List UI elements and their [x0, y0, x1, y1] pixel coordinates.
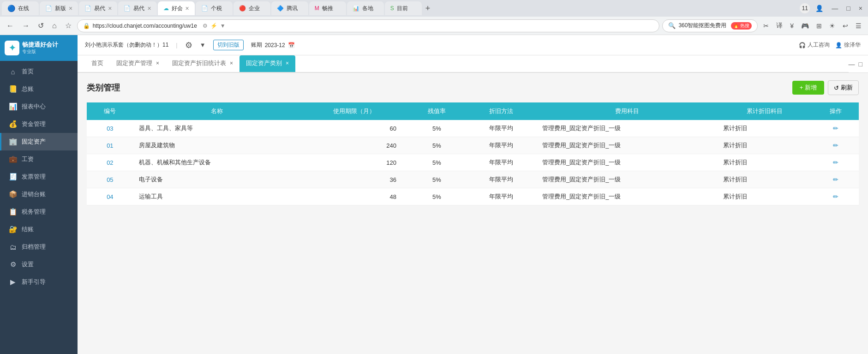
browser-tab-zaixian[interactable]: 🔵 在线 — [2, 1, 39, 15]
browser-tab-haosuan[interactable]: ☁ 好会 × — [158, 1, 195, 15]
headset-icon: 🎧 — [799, 42, 806, 48]
cell-depreciation-account: 累计折旧 — [718, 188, 812, 205]
yidai1-icon: 📄 — [84, 5, 91, 12]
browser-tab-geshuijiance[interactable]: 📄 个税 — [196, 1, 233, 15]
reports-icon: 📊 — [9, 102, 17, 111]
forward-button[interactable]: → — [19, 20, 32, 32]
edit-button-2[interactable]: ✏ — [833, 159, 838, 166]
sidebar-item-home[interactable]: ⌂ 首页 — [0, 63, 78, 80]
coin-tool[interactable]: ¥ — [787, 20, 796, 31]
cell-months: 120 — [300, 154, 407, 171]
browser-tab-changtui[interactable]: M 畅推 — [309, 1, 346, 15]
sidebar-item-inventory[interactable]: 📦 进销台账 — [0, 186, 78, 203]
sidebar-item-checkout[interactable]: 🔐 结账 — [0, 221, 78, 238]
tab-maximize-button[interactable]: □ — [859, 60, 862, 68]
undo-tool[interactable]: ↩ — [840, 20, 851, 31]
cell-name: 器具、工具、家具等 — [133, 120, 301, 137]
gedi-icon: 📊 — [353, 5, 359, 12]
sidebar-item-reports[interactable]: 📊 报表中心 — [0, 98, 78, 115]
sidebar-item-invoice[interactable]: 🧾 发票管理 — [0, 168, 78, 186]
sidebar-item-fixed-assets[interactable]: 🏢 固定资产 — [0, 133, 78, 150]
search-icon: 🔍 — [668, 22, 676, 29]
add-button[interactable]: + 新增 — [792, 81, 824, 95]
tab-close-xin[interactable]: × — [69, 5, 72, 12]
refresh-button[interactable]: ↺ 刷新 — [828, 80, 859, 95]
user-avatar[interactable]: 👤 徐泽华 — [835, 41, 861, 49]
inventory-icon: 📦 — [9, 190, 17, 198]
logo-text: 畅捷通好会计 — [22, 41, 58, 48]
sidebar-item-tax[interactable]: 📋 税务管理 — [0, 203, 78, 221]
tab-close-category[interactable]: × — [286, 60, 289, 66]
sidebar-label-ledger: 总账 — [22, 85, 34, 93]
cell-depreciation-account: 累计折旧 — [718, 154, 812, 171]
sidebar-label-guide: 新手引导 — [22, 278, 46, 286]
cell-code: 01 — [87, 137, 133, 154]
home-button[interactable]: ⌂ — [49, 20, 60, 32]
profile-button[interactable]: 👤 — [812, 3, 827, 14]
sidebar-item-salary[interactable]: 💼 工资 — [0, 150, 78, 168]
sidebar-item-settings[interactable]: ⚙ 设置 — [0, 256, 78, 273]
browser-tab-gedi[interactable]: 📊 各地 — [347, 1, 384, 15]
reload-button[interactable]: ↺ — [35, 19, 47, 32]
scissors-tool[interactable]: ✂ — [760, 20, 772, 31]
browser-tab-mubiao[interactable]: S 目前 — [385, 1, 422, 15]
browser-tab-yidai1[interactable]: 📄 易代 × — [79, 1, 117, 15]
sidebar-label-checkout: 结账 — [22, 225, 34, 234]
browser-tab-tencent[interactable]: 🔷 腾讯 — [271, 1, 308, 15]
bookmark-button[interactable]: ☆ — [62, 19, 74, 32]
tab-close-fixed-assets-mgmt[interactable]: × — [156, 60, 159, 66]
cell-expense-account: 管理费用_固定资产折旧_一级 — [537, 137, 718, 154]
sidebar-item-cash[interactable]: 💰 资金管理 — [0, 115, 78, 133]
tax-icon: 📋 — [9, 208, 17, 216]
tab-minimize-button[interactable]: — — [849, 60, 855, 68]
consult-button[interactable]: 🎧 人工咨询 — [799, 41, 830, 49]
th-method: 折旧方法 — [466, 102, 537, 120]
translate-tool[interactable]: 译 — [773, 20, 785, 32]
game-tool[interactable]: 🎮 — [798, 20, 812, 31]
edit-button-3[interactable]: ✏ — [833, 176, 838, 183]
edit-button-0[interactable]: ✏ — [833, 125, 838, 132]
tab-fixed-assets-mgmt[interactable]: 固定资产管理 × — [110, 55, 166, 72]
browser-tab-xin[interactable]: 📄 新版 × — [40, 1, 78, 15]
th-code: 编号 — [87, 102, 133, 120]
tab-fixed-assets-depreciation[interactable]: 固定资产折旧统计表 × — [166, 55, 239, 72]
th-expense-account: 费用科目 — [537, 102, 718, 120]
tab-fixed-assets-category[interactable]: 固定资产类别 × — [239, 55, 295, 72]
yidai2-icon: 📄 — [124, 5, 131, 12]
search-bar[interactable]: 🔍 360智能抠图免费用 🔥 热搜 — [662, 19, 758, 32]
address-bar[interactable]: 🔒 https://cloud.chanjet.com/accounting/u… — [77, 19, 660, 32]
sidebar-item-general-ledger[interactable]: 📒 总账 — [0, 80, 78, 98]
close-button[interactable]: × — [855, 3, 866, 14]
settings-dropdown-button[interactable]: ⚙ — [185, 40, 192, 50]
cell-residual: 5% — [407, 120, 466, 137]
cell-residual: 5% — [407, 188, 466, 205]
cell-method: 年限平均 — [466, 188, 537, 205]
new-tab-button[interactable]: + — [423, 3, 433, 14]
maximize-button[interactable]: □ — [843, 3, 854, 14]
sidebar-item-archive[interactable]: 🗂 归档管理 — [0, 238, 78, 256]
minimize-button[interactable]: — — [828, 3, 842, 14]
brightness-tool[interactable]: ☀ — [826, 20, 838, 31]
logo-icon: ✦ — [5, 41, 19, 55]
edit-button-1[interactable]: ✏ — [833, 142, 838, 149]
edit-button-4[interactable]: ✏ — [833, 193, 838, 200]
user-dropdown-arrow[interactable]: ▼ — [200, 42, 206, 48]
tab-close-haosuan[interactable]: × — [186, 5, 189, 12]
browser-tab-yidai2[interactable]: 📄 易代 × — [118, 1, 156, 15]
tab-home[interactable]: 首页 — [85, 55, 110, 72]
switch-old-version-button[interactable]: 切到旧版 — [213, 40, 244, 50]
menu-button[interactable]: ☰ — [853, 20, 864, 31]
sidebar-item-guide[interactable]: ▶ 新手引导 — [0, 273, 78, 291]
period-label: 账期 — [251, 41, 262, 49]
tab-close-yidai2[interactable]: × — [147, 5, 151, 12]
table-row: 03 器具、工具、家具等 60 5% 年限平均 管理费用_固定资产折旧_一级 累… — [87, 120, 859, 137]
sidebar-label-reports: 报表中心 — [22, 102, 46, 111]
th-residual: 残值率 — [407, 102, 466, 120]
grid-tool[interactable]: ⊞ — [814, 20, 825, 31]
cell-name: 电子设备 — [133, 171, 301, 188]
tab-close-yidai1[interactable]: × — [108, 5, 112, 12]
tab-close-depreciation[interactable]: × — [230, 60, 233, 66]
back-button[interactable]: ← — [4, 20, 17, 32]
cell-name: 房屋及建筑物 — [133, 137, 301, 154]
browser-tab-qiye[interactable]: 🔴 企业 — [233, 1, 270, 15]
